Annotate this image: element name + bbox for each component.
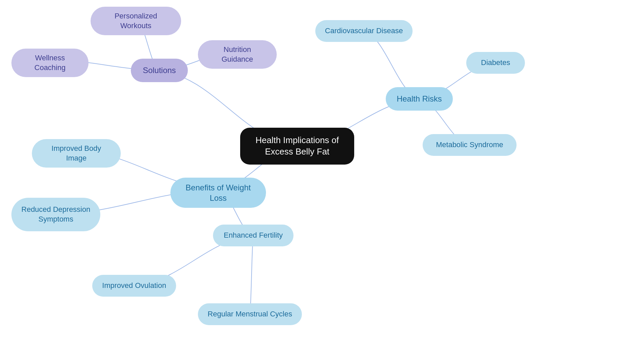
health-risks-label: Health Risks — [397, 94, 442, 104]
reduced-depression-symptoms-label: Reduced Depression Symptoms — [21, 205, 91, 224]
improved-ovulation-node[interactable]: Improved Ovulation — [92, 275, 176, 297]
health-risks-node[interactable]: Health Risks — [386, 87, 453, 111]
personalized-workouts-label: Personalized Workouts — [100, 11, 172, 31]
connection-line — [250, 236, 253, 314]
nutrition-guidance-node[interactable]: Nutrition Guidance — [198, 40, 277, 69]
benefits-weight-loss-node[interactable]: Benefits of Weight Loss — [170, 178, 266, 208]
diabetes-label: Diabetes — [481, 58, 510, 68]
improved-body-image-node[interactable]: Improved Body Image — [32, 139, 121, 168]
cardiovascular-disease-node[interactable]: Cardiovascular Disease — [315, 20, 413, 42]
benefits-weight-loss-label: Benefits of Weight Loss — [180, 182, 257, 203]
solutions-node[interactable]: Solutions — [131, 59, 188, 82]
diabetes-node[interactable]: Diabetes — [466, 52, 525, 74]
connections-svg — [0, 0, 644, 363]
improved-ovulation-label: Improved Ovulation — [102, 281, 166, 291]
cardiovascular-disease-label: Cardiovascular Disease — [325, 26, 403, 36]
mindmap-container: Health Implications of Excess Belly Fat … — [0, 0, 644, 363]
center-node[interactable]: Health Implications of Excess Belly Fat — [240, 128, 354, 165]
regular-menstrual-cycles-label: Regular Menstrual Cycles — [208, 309, 292, 319]
metabolic-syndrome-node[interactable]: Metabolic Syndrome — [423, 134, 517, 156]
wellness-coaching-label: Wellness Coaching — [21, 53, 79, 72]
personalized-workouts-node[interactable]: Personalized Workouts — [91, 7, 181, 35]
enhanced-fertility-label: Enhanced Fertility — [224, 231, 283, 240]
wellness-coaching-node[interactable]: Wellness Coaching — [11, 49, 89, 77]
reduced-depression-symptoms-node[interactable]: Reduced Depression Symptoms — [11, 198, 100, 231]
solutions-label: Solutions — [143, 65, 176, 75]
metabolic-syndrome-label: Metabolic Syndrome — [436, 140, 503, 150]
improved-body-image-label: Improved Body Image — [41, 144, 111, 163]
regular-menstrual-cycles-node[interactable]: Regular Menstrual Cycles — [198, 303, 302, 325]
nutrition-guidance-label: Nutrition Guidance — [207, 45, 267, 64]
center-label: Health Implications of Excess Belly Fat — [250, 135, 345, 158]
enhanced-fertility-node[interactable]: Enhanced Fertility — [213, 225, 293, 246]
